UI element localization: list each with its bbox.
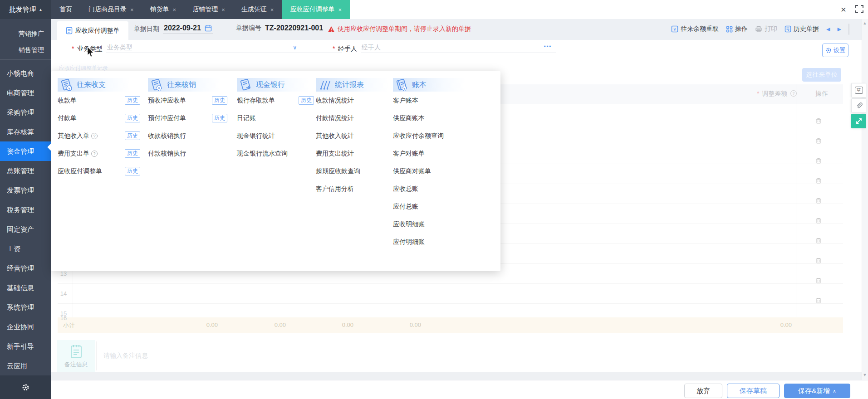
sidebar-item-purchase[interactable]: 采购管理 — [0, 102, 51, 122]
sidebar-item-collaboration[interactable]: 企业协同 — [0, 317, 51, 336]
list-view-toggle[interactable] — [849, 24, 849, 34]
sidebar-item-inventory[interactable]: 库存核算 — [0, 122, 51, 141]
expand-button[interactable] — [851, 114, 866, 128]
history-docs-button[interactable]: 历史单据 — [785, 25, 819, 33]
sidebar-item-marketing[interactable]: 营销推广 — [0, 25, 51, 42]
tab-sales-order[interactable]: 销货单 × — [142, 0, 185, 19]
sidebar-item-ecom-mgmt[interactable]: 电商管理 — [0, 83, 51, 102]
menu-item-overdue-receivable[interactable]: 超期应收款查询 — [316, 162, 388, 180]
settings-button[interactable]: 设置 — [822, 44, 848, 57]
menu-item-receipt[interactable]: 收款单 历史 — [58, 92, 140, 109]
sidebar-item-cloud-apps[interactable]: 云应用 — [0, 356, 51, 375]
trash-icon — [815, 237, 822, 244]
sidebar-item-funds[interactable]: 资金管理 — [0, 141, 51, 161]
menu-item-ap-general-ledger[interactable]: 应付总账 — [393, 198, 493, 215]
biz-type-input[interactable] — [106, 42, 342, 53]
menu-item-credit-analysis[interactable]: 客户信用分析 — [316, 180, 388, 198]
history-badge[interactable]: 历史 — [125, 96, 140, 105]
menu-item-expense[interactable]: 费用支出单 ? 历史 — [58, 145, 140, 162]
history-badge[interactable]: 历史 — [125, 131, 140, 140]
save-and-new-button[interactable]: 保存&新增 ∧ — [784, 384, 850, 398]
menu-item-customer-ledger[interactable]: 客户账本 — [393, 92, 493, 109]
history-badge[interactable]: 历史 — [212, 96, 227, 105]
menu-item-cash-bank-stats[interactable]: 现金银行统计 — [237, 127, 314, 145]
sidebar-item-operations[interactable]: 经营管理 — [0, 258, 51, 278]
tab-voucher[interactable]: 生成凭证 × — [233, 0, 282, 19]
scroll-up-icon[interactable]: ▲ — [862, 21, 868, 25]
document-tab[interactable]: 应收应付调整单 — [57, 21, 128, 40]
tab-close-icon[interactable]: × — [173, 6, 177, 13]
menu-item-other-income[interactable]: 其他收入单 ? 历史 — [58, 127, 140, 145]
sidebar-item-invoice[interactable]: 发票管理 — [0, 180, 51, 200]
sidebar-item-tax[interactable]: 税务管理 — [0, 200, 51, 219]
scrollbar[interactable] — [862, 19, 868, 380]
attachment-button[interactable] — [851, 98, 866, 113]
draft-note-button[interactable]: 草 — [851, 83, 866, 97]
sidebar-item-beginner-guide[interactable]: 新手引导 — [0, 336, 51, 356]
discard-button[interactable]: 放弃 — [684, 384, 722, 398]
tab-home[interactable]: 首页 — [51, 0, 80, 19]
menu-item-ar-ap-balance[interactable]: 应收应付余额查询 — [393, 127, 493, 145]
menu-item-supplier-statement[interactable]: 供应商对账单 — [393, 162, 493, 180]
menu-item-receipt-writeoff[interactable]: 收款核销执行 — [148, 127, 227, 145]
tab-close-icon[interactable]: × — [221, 6, 225, 13]
menu-item-payment-writeoff[interactable]: 付款核销执行 — [148, 145, 227, 162]
menu-item-advance-payment-offset[interactable]: 预付冲应付单 历史 — [148, 109, 227, 127]
scroll-down-icon[interactable]: ▼ — [862, 373, 868, 377]
prev-doc-icon[interactable]: ◀ — [826, 26, 830, 32]
tab-ar-ap-adjust[interactable]: 应收应付调整单 × — [282, 0, 350, 19]
history-badge[interactable]: 历史 — [125, 114, 140, 122]
help-icon[interactable]: ? — [91, 133, 98, 139]
handler-input[interactable] — [361, 42, 556, 53]
sidebar-item-payroll[interactable]: 工资 — [0, 239, 51, 258]
tab-label: 生成凭证 — [241, 5, 267, 14]
menu-item-cash-bank-flow[interactable]: 现金银行流水查询 — [237, 145, 314, 162]
save-draft-button[interactable]: 保存草稿 — [727, 384, 780, 398]
sidebar-item-base-info[interactable]: 基础信息 — [0, 278, 51, 297]
sidebar-item-fixed-assets[interactable]: 固定资产 — [0, 219, 51, 239]
menu-item-bank-deposit[interactable]: 银行存取款单 历史 — [237, 92, 314, 109]
module-caret-icon: ▲ — [39, 8, 43, 12]
menu-item-customer-statement[interactable]: 客户对账单 — [393, 145, 493, 162]
history-badge[interactable]: 历史 — [125, 149, 140, 158]
date-picker[interactable]: 2022-09-21 — [163, 24, 213, 34]
menu-item-journal[interactable]: 日记账 — [237, 109, 314, 127]
menu-item-ar-general-ledger[interactable]: 应收总账 — [393, 180, 493, 198]
menu-item-receipt-stats[interactable]: 收款情况统计 — [316, 92, 388, 109]
tab-close-icon[interactable]: × — [338, 6, 342, 13]
sidebar-item-system[interactable]: 系统管理 — [0, 297, 51, 317]
menu-item-advance-receipt-offset[interactable]: 预收冲应收单 历史 — [148, 92, 227, 109]
menu-item-other-income-stats[interactable]: 其他收入统计 — [316, 127, 388, 145]
sidebar-item-xiaochang-ecom[interactable]: 小畅电商 — [0, 63, 51, 83]
menu-item-supplier-ledger[interactable]: 供应商账本 — [393, 109, 493, 127]
subtotal-value: 0.00 — [326, 321, 353, 328]
sidebar-settings-button[interactable] — [0, 375, 51, 399]
handler-lookup-icon[interactable]: ⋯ — [544, 42, 552, 51]
next-doc-icon[interactable]: ▶ — [838, 26, 841, 32]
menu-item-payment-stats[interactable]: 付款情况统计 — [316, 109, 388, 127]
window-close-icon[interactable]: × — [837, 3, 850, 16]
history-badge[interactable]: 历史 — [299, 96, 314, 105]
tab-store-catalog[interactable]: 门店商品目录 × — [80, 0, 142, 19]
menu-item-ap-detail-ledger[interactable]: 应付明细账 — [393, 233, 493, 251]
menu-item-payment[interactable]: 付款单 历史 — [58, 109, 140, 127]
help-icon[interactable]: ? — [91, 151, 98, 157]
sidebar-item-general-ledger[interactable]: 总账管理 — [0, 161, 51, 180]
tab-close-icon[interactable]: × — [130, 6, 134, 13]
window-fullscreen-icon[interactable] — [855, 5, 864, 15]
tab-close-icon[interactable]: × — [270, 6, 274, 13]
operations-button[interactable]: 操作 — [726, 25, 748, 33]
biz-type-label: 业务类型 — [77, 45, 103, 53]
menu-item-ar-ap-adjust[interactable]: 应收应付调整单 历史 — [58, 162, 140, 180]
menu-item-expense-stats[interactable]: 费用支出统计 — [316, 145, 388, 162]
module-switcher[interactable]: 批发管理 ▲ — [0, 0, 51, 19]
chevron-down-icon[interactable]: ∨ — [293, 44, 297, 51]
print-button[interactable]: 打印 — [755, 25, 777, 33]
sidebar-item-sales[interactable]: 销售管理 — [0, 42, 51, 58]
history-badge[interactable]: 历史 — [125, 167, 140, 175]
history-badge[interactable]: 历史 — [212, 114, 227, 122]
menu-item-label: 收款单 — [58, 97, 77, 105]
refetch-balance-button[interactable]: ¥ 往来余额重取 — [671, 25, 719, 33]
menu-item-ar-detail-ledger[interactable]: 应收明细账 — [393, 215, 493, 233]
tab-shop-mgmt[interactable]: 店铺管理 × — [184, 0, 233, 19]
